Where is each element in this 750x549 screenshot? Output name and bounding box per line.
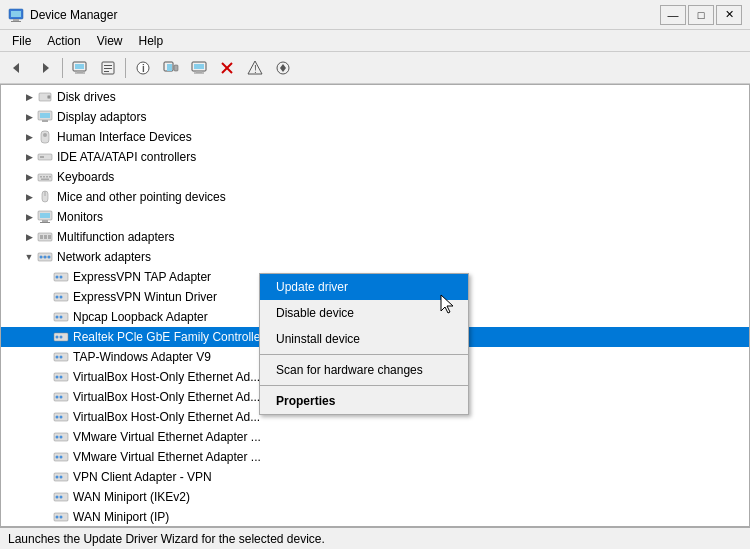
svg-point-75 (60, 356, 63, 359)
toolbar-info[interactable]: i (130, 55, 156, 81)
svg-rect-22 (194, 72, 204, 73)
tree-item-vmware-2[interactable]: VMware Virtual Ethernet Adapter ... (1, 447, 749, 467)
realtek-label: Realtek PCle GbE Family Controller... (73, 330, 274, 344)
monitor-icon (37, 209, 53, 225)
tree-item-monitors[interactable]: ▶ Monitors (1, 207, 749, 227)
svg-point-84 (60, 416, 63, 419)
status-text: Launches the Update Driver Wizard for th… (8, 532, 325, 546)
svg-rect-7 (75, 64, 84, 69)
tree-item-display-adaptors[interactable]: ▶ Display adaptors (1, 107, 749, 127)
svg-rect-49 (42, 220, 48, 222)
net-device-icon-tap (53, 269, 69, 285)
tree-item-network-adapters[interactable]: ▼ Network adapters (1, 247, 749, 267)
main-content: ▶ Disk drives ▶ Display adaptors ▶ Human… (0, 84, 750, 527)
keyboard-icon (37, 169, 53, 185)
tree-item-vpn-client[interactable]: VPN Client Adapter - VPN (1, 467, 749, 487)
expand-npcap (37, 309, 53, 325)
net-device-icon-tap-win (53, 349, 69, 365)
tree-item-human-interface[interactable]: ▶ Human Interface Devices (1, 127, 749, 147)
context-menu: Update driver Disable device Uninstall d… (259, 273, 469, 415)
toolbar-properties[interactable] (95, 55, 121, 81)
minimize-button[interactable]: — (660, 5, 686, 25)
tree-item-vmware-1[interactable]: VMware Virtual Ethernet Adapter ... (1, 427, 749, 447)
svg-point-99 (60, 516, 63, 519)
wan-ikev2-label: WAN Miniport (IKEv2) (73, 490, 190, 504)
net-device-icon-vmware1 (53, 429, 69, 445)
disable-device-label: Disable device (276, 306, 354, 320)
expand-monitors[interactable]: ▶ (21, 209, 37, 225)
expand-expressvpn-tap (37, 269, 53, 285)
svg-rect-13 (104, 71, 109, 72)
tree-item-mice[interactable]: ▶ Mice and other pointing devices (1, 187, 749, 207)
context-properties[interactable]: Properties (260, 388, 468, 414)
tree-item-multifunction[interactable]: ▶ Multifunction adapters (1, 227, 749, 247)
tree-item-ide-ata[interactable]: ▶ IDE ATA/ATAPI controllers (1, 147, 749, 167)
menu-file[interactable]: File (4, 32, 39, 50)
expand-keyboards[interactable]: ▶ (21, 169, 37, 185)
display-icon (37, 109, 53, 125)
expand-display[interactable]: ▶ (21, 109, 37, 125)
svg-point-83 (56, 416, 59, 419)
expand-realtek (37, 329, 53, 345)
net-device-icon-wan-ikev2 (53, 489, 69, 505)
svg-rect-38 (40, 156, 44, 158)
close-button[interactable]: ✕ (716, 5, 742, 25)
toolbar-forward[interactable] (32, 55, 58, 81)
multifunction-label: Multifunction adapters (57, 230, 174, 244)
svg-rect-43 (49, 176, 51, 178)
svg-rect-2 (13, 19, 19, 21)
menu-view[interactable]: View (89, 32, 131, 50)
keyboards-label: Keyboards (57, 170, 114, 184)
svg-rect-9 (75, 72, 85, 73)
svg-point-68 (56, 316, 59, 319)
toolbar-computer[interactable] (67, 55, 93, 81)
svg-rect-40 (40, 176, 42, 178)
maximize-button[interactable]: □ (688, 5, 714, 25)
net-device-icon-realtek (53, 329, 69, 345)
scan-hardware-label: Scan for hardware changes (276, 363, 423, 377)
expand-tap-windows (37, 349, 53, 365)
npcap-label: Npcap Loopback Adapter (73, 310, 208, 324)
context-uninstall-device[interactable]: Uninstall device (260, 326, 468, 352)
expand-ide[interactable]: ▶ (21, 149, 37, 165)
context-update-driver[interactable]: Update driver (260, 274, 468, 300)
hid-icon (37, 129, 53, 145)
tree-item-keyboards[interactable]: ▶ Keyboards (1, 167, 749, 187)
toolbar-scan[interactable] (158, 55, 184, 81)
svg-text:i: i (142, 63, 145, 74)
net-device-icon-vpn (53, 469, 69, 485)
svg-point-62 (56, 276, 59, 279)
menu-help[interactable]: Help (131, 32, 172, 50)
toolbar-sep-2 (125, 58, 126, 78)
net-device-icon-vbox3 (53, 409, 69, 425)
toolbar-back[interactable] (4, 55, 30, 81)
expand-hid[interactable]: ▶ (21, 129, 37, 145)
toolbar-display[interactable] (186, 55, 212, 81)
svg-point-31 (48, 96, 50, 98)
context-scan-hardware[interactable]: Scan for hardware changes (260, 357, 468, 383)
mice-label: Mice and other pointing devices (57, 190, 226, 204)
expand-multifunction[interactable]: ▶ (21, 229, 37, 245)
tree-item-wan-ip[interactable]: WAN Miniport (IP) (1, 507, 749, 526)
expand-wan-ikev2 (37, 489, 53, 505)
menu-action[interactable]: Action (39, 32, 88, 50)
expressvpn-wintun-label: ExpressVPN Wintun Driver (73, 290, 217, 304)
mouse-icon (37, 189, 53, 205)
toolbar-update[interactable] (270, 55, 296, 81)
svg-rect-42 (46, 176, 48, 178)
expand-disk-drives[interactable]: ▶ (21, 89, 37, 105)
tree-item-disk-drives[interactable]: ▶ Disk drives (1, 87, 749, 107)
expand-mice[interactable]: ▶ (21, 189, 37, 205)
toolbar-uninstall[interactable]: ! (242, 55, 268, 81)
svg-point-90 (60, 456, 63, 459)
svg-rect-44 (41, 179, 49, 181)
svg-point-69 (60, 316, 63, 319)
tree-item-wan-ikev2[interactable]: WAN Miniport (IKEv2) (1, 487, 749, 507)
toolbar-disable[interactable] (214, 55, 240, 81)
context-disable-device[interactable]: Disable device (260, 300, 468, 326)
svg-point-65 (56, 296, 59, 299)
status-bar: Launches the Update Driver Wizard for th… (0, 527, 750, 549)
vbox-1-label: VirtualBox Host-Only Ethernet Ad... (73, 370, 260, 384)
expand-network[interactable]: ▼ (21, 249, 37, 265)
svg-point-58 (48, 256, 51, 259)
